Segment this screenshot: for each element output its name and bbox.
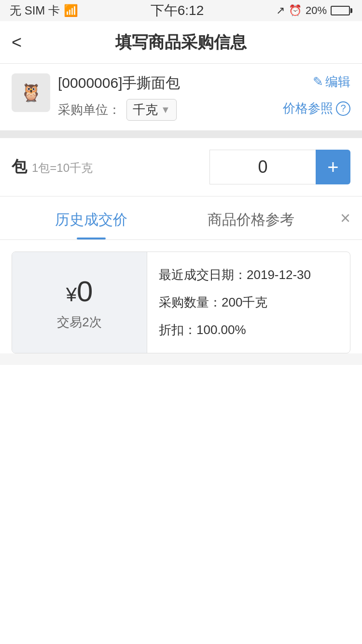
section-divider	[0, 130, 362, 138]
quantity-conversion: 1包=10千克	[32, 160, 93, 176]
quantity-plus-button[interactable]: +	[316, 150, 350, 184]
tab-history-price[interactable]: 历史成交价	[12, 196, 171, 239]
price-card: ¥0 交易2次 最近成交日期：2019-12-30 采购数量：200千克 折扣：…	[12, 252, 350, 353]
status-bar: 无 SIM 卡 📶 下午6:12 ↗ ⏰ 20%	[0, 0, 362, 21]
product-thumbnail: 🦉	[12, 73, 50, 112]
wifi-icon: 📶	[64, 4, 78, 17]
price-amount: ¥0	[66, 275, 93, 308]
product-info: [0000006]手撕面包 采购单位： 千克 ▼	[58, 73, 180, 121]
unit-value: 千克	[133, 101, 158, 118]
page-title: 填写商品采购信息	[115, 31, 247, 54]
price-reference-button[interactable]: 价格参照 ?	[283, 100, 350, 117]
status-time: 下午6:12	[151, 1, 204, 20]
bottom-area	[0, 365, 362, 644]
product-logo-icon: 🦉	[20, 83, 42, 103]
product-card: 🦉 [0000006]手撕面包 采购单位： 千克 ▼ ✎ 编辑	[0, 64, 362, 130]
discount-row: 折扣：100.00%	[159, 321, 338, 339]
tab-content: ¥0 交易2次 最近成交日期：2019-12-30 采购数量：200千克 折扣：…	[0, 252, 362, 353]
edit-icon: ✎	[313, 74, 323, 89]
price-card-left: ¥0 交易2次	[12, 252, 147, 353]
tab-section: 历史成交价 商品价格参考 × ¥0 交易2次 最近成交日期：2019-12-30…	[0, 196, 362, 353]
chevron-down-icon: ▼	[161, 104, 170, 115]
back-button[interactable]: <	[12, 32, 22, 53]
unit-label: 采购单位：	[58, 101, 121, 118]
price-card-right: 最近成交日期：2019-12-30 采购数量：200千克 折扣：100.00%	[147, 252, 350, 353]
no-sim-text: 无 SIM 卡	[10, 3, 60, 18]
edit-button[interactable]: ✎ 编辑	[313, 73, 350, 90]
edit-label: 编辑	[325, 73, 350, 90]
recent-date-row: 最近成交日期：2019-12-30	[159, 266, 338, 284]
currency-symbol: ¥	[66, 284, 77, 305]
help-icon: ?	[336, 101, 350, 116]
tab-bar: 历史成交价 商品价格参考 ×	[0, 196, 362, 240]
trade-count: 交易2次	[57, 314, 101, 331]
quantity-input[interactable]: 0	[209, 150, 316, 184]
nav-bar: < 填写商品采购信息	[0, 21, 362, 64]
tab-product-price-ref[interactable]: 商品价格参考	[171, 196, 330, 239]
quantity-row-detail: 采购数量：200千克	[159, 293, 338, 312]
price-ref-label: 价格参照	[283, 100, 333, 117]
tab-close-button[interactable]: ×	[331, 198, 350, 238]
status-right: ↗ ⏰ 20%	[276, 4, 352, 17]
alarm-icon: ⏰	[289, 4, 302, 17]
product-name: [0000006]手撕面包	[58, 73, 180, 93]
quantity-row: 包 1包=10千克 0 +	[0, 138, 362, 196]
battery-percent: 20%	[306, 4, 327, 17]
status-left: 无 SIM 卡 📶	[10, 3, 78, 18]
quantity-unit: 包	[12, 156, 27, 178]
battery-icon	[331, 6, 352, 15]
plus-icon: +	[327, 156, 338, 178]
location-icon: ↗	[276, 4, 285, 17]
unit-select[interactable]: 千克 ▼	[126, 99, 177, 121]
